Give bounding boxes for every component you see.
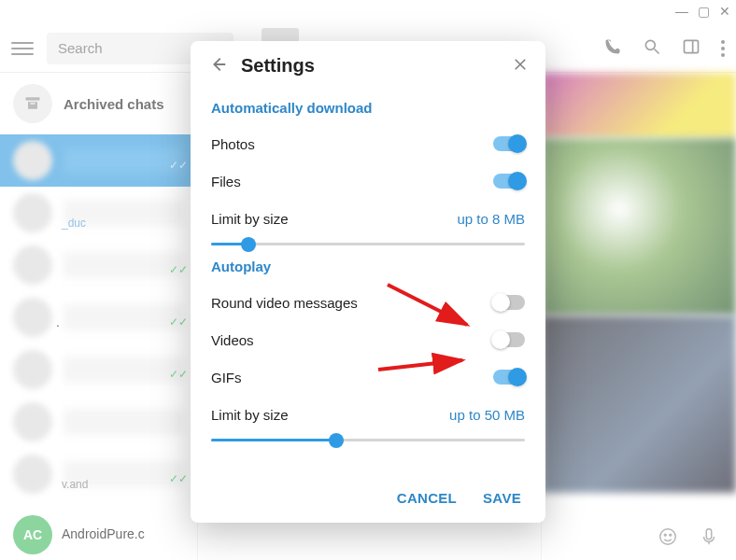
setting-value: up to 50 MB	[449, 407, 525, 423]
save-button[interactable]: SAVE	[483, 490, 521, 506]
setting-row-round-video: Round video messages	[211, 284, 525, 321]
settings-modal: Settings Automatically download Photos F…	[191, 41, 545, 523]
section-header: Automatically download	[211, 100, 525, 116]
setting-label: Videos	[211, 332, 254, 348]
toggle-round-video[interactable]	[493, 295, 525, 310]
setting-label: Limit by size	[211, 407, 289, 423]
slider-limit2[interactable]	[211, 439, 525, 441]
setting-row-videos: Videos	[211, 321, 525, 358]
toggle-files[interactable]	[493, 174, 525, 189]
setting-label: Photos	[211, 136, 255, 152]
setting-label: Round video messages	[211, 295, 358, 311]
setting-row-limit1: Limit by size up to 8 MB	[211, 200, 525, 237]
setting-row-photos: Photos	[211, 125, 525, 162]
toggle-photos[interactable]	[493, 136, 525, 151]
slider-limit1[interactable]	[211, 243, 525, 245]
section-header: Autoplay	[211, 259, 525, 274]
setting-label: Limit by size	[211, 211, 289, 227]
cancel-button[interactable]: CANCEL	[397, 490, 457, 506]
toggle-gifs[interactable]	[493, 370, 525, 385]
setting-row-gifs: GIFs	[211, 358, 525, 396]
setting-label: GIFs	[211, 370, 242, 385]
toggle-videos[interactable]	[493, 332, 525, 347]
back-button[interactable]	[207, 54, 228, 77]
modal-title: Settings	[241, 55, 499, 77]
setting-row-files: Files	[211, 162, 525, 200]
close-button[interactable]	[512, 56, 529, 76]
setting-label: Files	[211, 174, 241, 189]
setting-value: up to 8 MB	[457, 211, 525, 227]
setting-row-limit2: Limit by size up to 50 MB	[211, 396, 525, 433]
